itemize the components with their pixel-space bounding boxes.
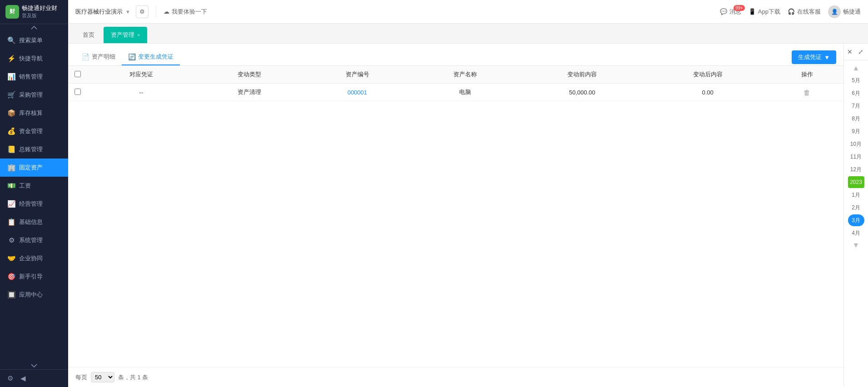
company-selector[interactable]: 医疗器械行业演示 ▼ [75,8,130,16]
sidebar-item-quick-nav[interactable]: ⚡ 快捷导航 [0,50,68,68]
col-voucher: 对应凭证 [87,66,195,84]
timeline-month-8[interactable]: 8月 [848,113,864,124]
sidebar-item-label: 企业协同 [19,254,43,263]
search-icon: 🔍 [7,36,15,45]
sidebar-item-system[interactable]: ⚙ 系统管理 [0,231,68,249]
generate-voucher-button[interactable]: 生成凭证 ▼ [792,50,836,64]
sidebar-item-guide[interactable]: 🎯 新手引导 [0,268,68,286]
right-panel: ✕ ⤢ ▲ 5月 6月 7月 8月 9月 10月 11月 12月 2023 1月… [843,44,868,387]
delete-button[interactable]: 🗑 [804,89,810,96]
timeline-month-5[interactable]: 5月 [848,74,864,86]
table-row: -- 资产清理 000001 电脑 50,000.00 0.00 🗑 [68,84,843,101]
tab-home[interactable]: 首页 [75,27,102,43]
dropdown-arrow-icon: ▼ [824,54,830,61]
tab-close-icon[interactable]: × [137,32,140,38]
sidebar-item-label: 销售管理 [19,73,43,81]
tabbar: 首页 资产管理 × [68,24,868,44]
panel-close-button[interactable]: ✕ [845,47,854,56]
per-page-select[interactable]: 50 10 20 100 [91,372,114,382]
sidebar-item-sales[interactable]: 📊 销售管理 [0,68,68,86]
sidebar-item-inventory[interactable]: 📦 库存核算 [0,104,68,122]
info-icon: 📋 [7,218,15,226]
timeline-down-nav[interactable]: ▼ [851,239,862,251]
building-icon: 🏢 [7,164,15,172]
sidebar-item-label: 快捷导航 [19,55,43,63]
cart-icon: 🛒 [7,91,15,99]
timeline-month-2[interactable]: 2月 [848,202,864,213]
timeline-month-10[interactable]: 10月 [848,138,864,150]
content-area: 📄 资产明细 🔄 变更生成凭证 生成凭证 ▼ [68,44,843,387]
assets-table: 对应凭证 变动类型 资产编号 资产名称 变动前内容 变动后内容 操作 [68,66,843,101]
sidebar-item-ledger[interactable]: 📒 总账管理 [0,140,68,159]
per-page-label: 每页 [75,373,87,382]
feedback-button[interactable]: ☁ 我要体验一下 [164,8,207,16]
timeline-month-11[interactable]: 11月 [848,151,864,163]
settings-bottom-icon[interactable]: ⚙ [7,374,13,382]
feedback-label: 我要体验一下 [172,8,207,16]
tab-asset-mgmt[interactable]: 资产管理 × [104,27,147,43]
sidebar-item-search[interactable]: 🔍 搜索菜单 [0,31,68,50]
table-container: 对应凭证 变动类型 资产编号 资产名称 变动前内容 变动后内容 操作 [68,66,843,367]
sidebar-item-purchase[interactable]: 🛒 采购管理 [0,86,68,104]
book-icon: 📒 [7,145,15,154]
sidebar-item-label: 采购管理 [19,91,43,99]
subtab-change-voucher[interactable]: 🔄 变更生成凭证 [122,49,180,65]
timeline-month-7[interactable]: 7月 [848,100,864,112]
messages-button[interactable]: 💬 消息 99+ [720,8,741,16]
sidebar-bottom: ⚙ ◀ [0,369,68,387]
app-download-button[interactable]: 📱 App下载 [749,8,780,16]
timeline-month-1[interactable]: 1月 [848,189,864,201]
settings-button[interactable]: ⚙ [136,5,149,18]
phone-icon: 📱 [749,8,756,15]
collab-icon: 🤝 [7,254,15,263]
row-checkbox-cell [68,84,87,101]
timeline-month-4[interactable]: 4月 [848,227,864,239]
col-action: 操作 [770,66,843,84]
timeline-month-9[interactable]: 9月 [848,125,864,137]
sidebar-item-operations[interactable]: 📈 经营管理 [0,195,68,213]
row-checkbox[interactable] [74,89,81,95]
payroll-icon: 💵 [7,182,15,190]
select-all-checkbox[interactable] [74,71,81,77]
subtab-asset-detail-label: 资产明细 [92,53,115,61]
sidebar-item-fixed-assets[interactable]: 🏢 固定资产 [0,159,68,177]
topbar-right: 💬 消息 99+ 📱 App下载 🎧 在线客服 👤 畅捷通 [720,5,861,18]
topbar: 医疗器械行业演示 ▼ ⚙ ☁ 我要体验一下 💬 消息 99+ 📱 App下载 🎧… [68,0,868,24]
subtab-asset-detail[interactable]: 📄 资产明细 [75,49,122,65]
online-service-button[interactable]: 🎧 在线客服 [788,8,821,16]
sidebar-scroll-down[interactable] [0,362,68,369]
sidebar-item-label: 基础信息 [19,218,43,226]
sidebar-scroll-up[interactable] [0,24,68,31]
chart-icon: 📊 [7,73,15,81]
sidebar-item-corp-collab[interactable]: 🤝 企业协同 [0,249,68,268]
feedback-icon: ☁ [164,8,169,15]
panel-expand-button[interactable]: ⤢ [856,47,865,56]
sidebar-item-funds[interactable]: 💰 资金管理 [0,122,68,140]
row-after: 0.00 [645,84,771,101]
sidebar-item-base-info[interactable]: 📋 基础信息 [0,213,68,231]
timeline-month-3[interactable]: 3月 [848,214,864,226]
row-change-type: 资产清理 [195,84,303,101]
user-menu[interactable]: 👤 畅捷通 [828,5,861,18]
timeline-month-12[interactable]: 12月 [848,164,864,175]
generate-voucher-label: 生成凭证 [798,53,822,61]
row-voucher: -- [87,84,195,101]
app-logo-icon: 财 [5,5,19,19]
timeline-up-nav[interactable]: ▲ [851,62,862,74]
sidebar: 财 畅捷通好业财 普及版 🔍 搜索菜单 ⚡ 快捷导航 📊 销售管理 🛒 采购管理… [0,0,68,387]
row-asset-name: 电脑 [412,84,520,101]
sidebar-item-payroll[interactable]: 💵 工资 [0,177,68,195]
content-wrapper: 📄 资产明细 🔄 变更生成凭证 生成凭证 ▼ [68,44,868,387]
gear-icon: ⚙ [139,8,145,15]
main-area: 医疗器械行业演示 ▼ ⚙ ☁ 我要体验一下 💬 消息 99+ 📱 App下载 🎧… [68,0,868,387]
timeline-month-6[interactable]: 6月 [848,87,864,99]
row-action-cell: 🗑 [770,84,843,101]
collapse-icon[interactable]: ◀ [20,374,26,382]
system-icon: ⚙ [7,236,15,244]
timeline-year-2023[interactable]: 2023 [848,176,864,188]
app-edition: 普及版 [22,12,57,19]
subtab-change-voucher-label: 变更生成凭证 [138,53,174,61]
tab-home-label: 首页 [83,31,94,39]
sidebar-item-app-center[interactable]: 🔲 应用中心 [0,286,68,304]
messages-badge: 99+ [734,5,745,11]
